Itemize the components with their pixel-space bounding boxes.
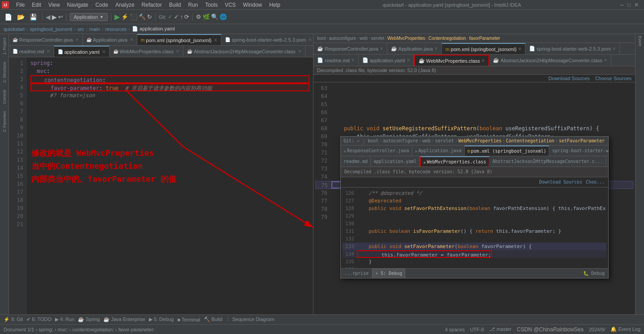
nested-tab-app[interactable]: ☕Application.java bbox=[412, 146, 465, 156]
nested-tab-starter[interactable]: spring-boot-starter-web-2.5.3.pom bbox=[549, 146, 608, 156]
menu-vcs[interactable]: VCS bbox=[221, 1, 240, 9]
sidebar-structure-label[interactable]: 2: Structure bbox=[2, 62, 7, 83]
sequence-diagram-status[interactable]: ⋮ Sequence Diagram bbox=[226, 317, 274, 322]
close-icon6[interactable]: ✕ bbox=[102, 49, 106, 54]
menu-code[interactable]: Code bbox=[92, 1, 112, 9]
breadcrumb-src[interactable]: src bbox=[77, 26, 84, 32]
right-tab-webmvc-active[interactable]: ☕WebMvcProperties.class✕ bbox=[414, 55, 490, 66]
todo-status[interactable]: ✔ 6: TODO bbox=[26, 317, 51, 322]
nested-code[interactable]: 126 /** @deprecated */ 127 @Deprecated 1… bbox=[341, 188, 608, 268]
close-icon3[interactable]: ✕ bbox=[214, 38, 217, 43]
right-tab-pom-active[interactable]: mpom.xml (springboot_jsonxml)✕ bbox=[442, 43, 525, 54]
tab-application[interactable]: ☕ Application.java ✕ bbox=[83, 34, 137, 45]
right-tab-response[interactable]: ☕ResponseController.java✕ bbox=[314, 43, 387, 54]
event-log-label[interactable]: Event bbox=[638, 36, 642, 46]
menu-analyze[interactable]: Analyze bbox=[112, 1, 138, 9]
debug-run-btn[interactable]: ⚡ bbox=[121, 13, 128, 20]
nested-git-btn[interactable]: ⚡ 5: Debug bbox=[372, 269, 405, 278]
event-log-btn[interactable]: 🔔 Event Log bbox=[610, 326, 640, 332]
right-tab-starter[interactable]: 📄spring-boot-starter-web-2.5.3.pom✕ bbox=[525, 43, 620, 54]
close-btn[interactable]: ✕ bbox=[634, 2, 639, 8]
breadcrumb-module[interactable]: springboot_jsonxml bbox=[30, 26, 72, 32]
nested-line-135: 135 } bbox=[343, 258, 606, 265]
close-icon4[interactable]: ✕ bbox=[308, 37, 312, 42]
git-history-btn[interactable]: ⟳ bbox=[184, 13, 189, 20]
nested-tab-response[interactable]: ☕ResponseController.java bbox=[341, 146, 412, 156]
menu-build[interactable]: Build bbox=[165, 1, 185, 9]
sidebar-project-label[interactable]: 1: Project bbox=[2, 38, 7, 55]
terminal-status[interactable]: ■ Terminal bbox=[178, 317, 200, 322]
run-btn[interactable]: ▶ bbox=[114, 13, 120, 21]
tab-readme[interactable]: 📄 readme.md ✕ bbox=[9, 46, 54, 57]
forward-btn[interactable]: ▶ bbox=[52, 13, 57, 21]
git-push-btn[interactable]: ↑ bbox=[180, 13, 183, 20]
menu-file[interactable]: File bbox=[13, 1, 28, 9]
menu-refactor[interactable]: Refactor bbox=[138, 1, 165, 9]
back-btn[interactable]: ◀ bbox=[46, 13, 51, 21]
save-btn[interactable]: 💾 bbox=[28, 13, 39, 21]
spring-status[interactable]: ☕ Spring bbox=[78, 317, 100, 322]
settings-btn[interactable]: ⚙ bbox=[196, 13, 201, 20]
tab-webmvc[interactable]: ☕ WebMvcProperties.class ✕ bbox=[110, 46, 184, 57]
vcs-btn[interactable]: 🌿 bbox=[203, 13, 210, 20]
close-icon2[interactable]: ✕ bbox=[130, 37, 133, 42]
right-code-area[interactable]: 63 64 65 66 67 bbox=[314, 82, 635, 324]
tab-starter[interactable]: 📄 spring-boot-starter-web-2.5.3.pom ✕ bbox=[221, 34, 313, 45]
translate-btn[interactable]: 🌐 bbox=[220, 13, 227, 20]
menu-run[interactable]: Run bbox=[185, 1, 202, 9]
right-tab-app[interactable]: ☕Application.java✕ bbox=[387, 43, 442, 54]
menu-window[interactable]: Window bbox=[239, 1, 266, 9]
menu-navigate[interactable]: Navigate bbox=[64, 1, 92, 9]
breadcrumb-resources[interactable]: resources bbox=[105, 26, 127, 32]
git-status[interactable]: ⚡ 9: Git bbox=[4, 317, 23, 322]
menu-help[interactable]: Help bbox=[266, 1, 284, 9]
close-icon8[interactable]: ✕ bbox=[298, 49, 301, 54]
build-status[interactable]: 🔨 Build bbox=[204, 317, 223, 322]
right-tab-yaml[interactable]: 📄application.yaml✕ bbox=[359, 55, 414, 66]
search-btn[interactable]: 🔍 bbox=[211, 13, 218, 20]
reload-btn[interactable]: ↻ bbox=[147, 13, 152, 20]
close-icon5[interactable]: ✕ bbox=[47, 49, 50, 54]
rebuild-btn[interactable]: 🔨 bbox=[139, 13, 146, 20]
undo-btn[interactable]: ↩ bbox=[58, 13, 63, 20]
menu-edit[interactable]: Edit bbox=[28, 1, 45, 9]
download-sources-btn[interactable]: Download Sources bbox=[548, 76, 589, 81]
java-enterprise-status[interactable]: ☕ Java Enterprise bbox=[103, 317, 145, 322]
close-icon7[interactable]: ✕ bbox=[176, 49, 179, 54]
tab-jackson[interactable]: ☕ AbstractJackson2HttpMessageConverter.c… bbox=[183, 46, 305, 57]
open-btn[interactable]: 📂 bbox=[15, 13, 26, 21]
run-status[interactable]: ▶ 4: Run bbox=[55, 317, 74, 322]
nested-line-126: 126 /** @deprecated */ bbox=[343, 189, 606, 197]
right-line-67: 67 bbox=[315, 116, 633, 124]
git-commit-btn[interactable]: ✓ bbox=[174, 13, 179, 20]
breadcrumb-quickstart[interactable]: quickstart bbox=[4, 26, 25, 32]
tab-pom[interactable]: m pom.xml (springboot_jsonxml) ✕ bbox=[137, 34, 221, 45]
breadcrumb-main[interactable]: main bbox=[89, 26, 100, 32]
right-tab-jackson[interactable]: ☕AbstractJackson2HttpMessageConverter.cl… bbox=[489, 55, 611, 66]
debug-status[interactable]: ▶ 5: Debug bbox=[149, 317, 174, 322]
nested-choose-btn[interactable]: Choo... bbox=[586, 178, 605, 186]
maximize-btn[interactable]: □ bbox=[627, 2, 631, 8]
stop-btn[interactable]: ⬛ bbox=[130, 13, 137, 21]
menu-tools[interactable]: Tools bbox=[202, 1, 221, 9]
tab-response-controller[interactable]: ☕ ResponseController.java ✕ bbox=[9, 34, 83, 45]
nested-download-btn[interactable]: Download Sources bbox=[539, 178, 582, 186]
nested-tab-webmvc-active[interactable]: ☕WebMvcProperties.class bbox=[420, 156, 490, 167]
close-icon[interactable]: ✕ bbox=[75, 37, 79, 42]
app-dropdown[interactable]: Application ▼ bbox=[70, 13, 108, 21]
git-check-btn[interactable]: ✓ bbox=[168, 13, 173, 20]
tab-yaml-active[interactable]: 📄 application.yaml ✕ bbox=[54, 46, 110, 57]
nested-tab-jackson[interactable]: AbstractJackson2HttpMessageConverter.c..… bbox=[490, 156, 606, 167]
new-file-btn[interactable]: 📄 bbox=[3, 13, 14, 21]
menu-view[interactable]: View bbox=[45, 1, 64, 9]
minimize-btn[interactable]: ─ bbox=[620, 2, 624, 8]
right-tab-readme[interactable]: 📄readme.md✕ bbox=[314, 55, 359, 66]
code-content[interactable]: spring: mvc: contentnegotiation: favor-p… bbox=[27, 57, 313, 324]
toolbar-sep4 bbox=[155, 13, 156, 21]
nested-tab-yaml[interactable]: application.yaml bbox=[371, 156, 419, 167]
nested-tab-readme[interactable]: readme.md bbox=[341, 156, 371, 167]
sidebar-favorites-label[interactable]: 2: Favorites bbox=[2, 111, 7, 132]
sidebar-commit-label[interactable]: Commit bbox=[2, 90, 7, 104]
choose-sources-btn[interactable]: Choose Sources bbox=[595, 76, 631, 81]
nested-tab-pom-active[interactable]: mpom.xml (springboot_jsonxml) bbox=[465, 146, 550, 156]
